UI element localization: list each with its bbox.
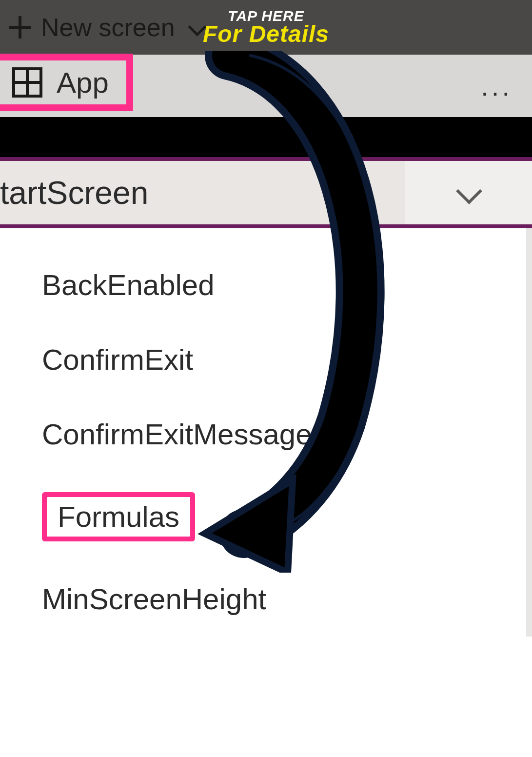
property-selector-bar: tartScreen [0,157,532,228]
property-current[interactable]: tartScreen [0,161,405,224]
app-grid-icon [12,67,43,98]
app-row: App ... [0,55,532,117]
chevron-down-icon [455,179,482,206]
property-item-backenabled[interactable]: BackEnabled [0,248,532,322]
property-item-minscreenheight[interactable]: MinScreenHeight [0,562,532,637]
property-item-label: Formulas [42,492,195,541]
property-item-label: MinScreenHeight [42,583,266,616]
new-screen-button[interactable]: New screen [0,13,205,42]
more-icon[interactable]: ... [481,70,512,102]
black-divider [0,117,532,157]
property-item-confirmexitmessage[interactable]: ConfirmExitMessage [0,397,532,472]
property-item-label: ConfirmExit [42,343,193,376]
tap-overlay[interactable]: TAP HERE For Details [203,9,329,46]
app-label: App [57,66,109,100]
property-item-confirmexit[interactable]: ConfirmExit [0,322,532,397]
property-item-label: BackEnabled [42,269,215,301]
top-banner: New screen TAP HERE For Details [0,0,532,55]
property-current-label: tartScreen [0,174,148,211]
property-item-formulas[interactable]: Formulas [0,472,532,562]
app-tree-item[interactable]: App [0,54,133,111]
tap-here-line2: For Details [203,22,329,46]
property-dropdown-toggle[interactable] [405,161,532,224]
property-list: BackEnabledConfirmExitConfirmExitMessage… [0,228,532,637]
property-item-label: ConfirmExitMessage [42,418,312,451]
new-screen-label: New screen [41,13,175,42]
plus-icon [9,16,31,39]
